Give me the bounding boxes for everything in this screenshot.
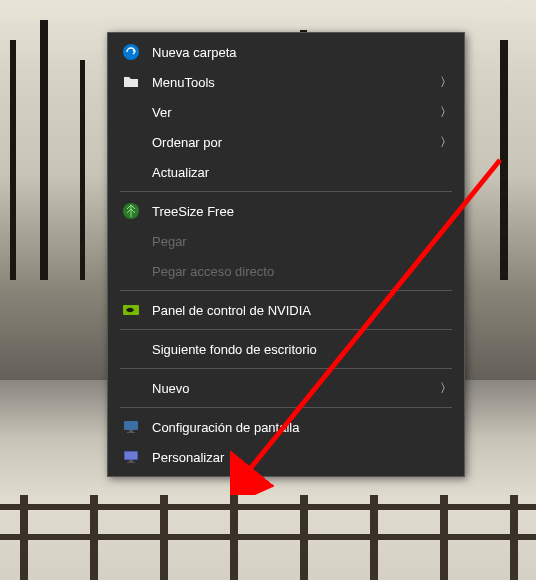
separator [120, 191, 452, 192]
menu-label: MenuTools [152, 75, 215, 90]
menu-label: Panel de control de NVIDIA [152, 303, 311, 318]
menu-item-nvidia[interactable]: Panel de control de NVIDIA [108, 295, 464, 325]
menu-item-personalizar[interactable]: Personalizar [108, 442, 464, 472]
folder-icon [120, 71, 142, 93]
menu-item-siguiente-fondo[interactable]: Siguiente fondo de escritorio [108, 334, 464, 364]
chevron-right-icon: 〉 [440, 104, 452, 121]
separator [120, 290, 452, 291]
svg-rect-3 [124, 421, 138, 430]
menu-label: Actualizar [152, 165, 209, 180]
svg-rect-8 [129, 460, 133, 462]
chevron-right-icon: 〉 [440, 380, 452, 397]
menu-label: Nuevo [152, 381, 190, 396]
menu-item-pegar-acceso-directo: Pegar acceso directo [108, 256, 464, 286]
separator [120, 407, 452, 408]
svg-rect-7 [125, 452, 137, 459]
menu-label: Configuración de pantalla [152, 420, 299, 435]
svg-rect-4 [129, 430, 133, 432]
menu-label: Ver [152, 105, 172, 120]
svg-rect-5 [127, 432, 135, 433]
chevron-right-icon: 〉 [440, 134, 452, 151]
menu-item-treesize[interactable]: TreeSize Free [108, 196, 464, 226]
sync-icon [120, 41, 142, 63]
nvidia-icon [120, 299, 142, 321]
menu-item-configuracion-pantalla[interactable]: Configuración de pantalla [108, 412, 464, 442]
menu-label: TreeSize Free [152, 204, 234, 219]
menu-label: Ordenar por [152, 135, 222, 150]
menu-label: Pegar [152, 234, 187, 249]
menu-item-ver[interactable]: Ver 〉 [108, 97, 464, 127]
separator [120, 329, 452, 330]
svg-rect-9 [127, 462, 135, 463]
menu-item-nueva-carpeta[interactable]: Nueva carpeta [108, 37, 464, 67]
menu-item-actualizar[interactable]: Actualizar [108, 157, 464, 187]
personalize-icon [120, 446, 142, 468]
treesize-icon [120, 200, 142, 222]
menu-label: Siguiente fondo de escritorio [152, 342, 317, 357]
menu-item-nuevo[interactable]: Nuevo 〉 [108, 373, 464, 403]
context-menu: Nueva carpeta MenuTools 〉 Ver 〉 Ordenar … [107, 32, 465, 477]
chevron-right-icon: 〉 [440, 74, 452, 91]
menu-label: Personalizar [152, 450, 224, 465]
menu-label: Pegar acceso directo [152, 264, 274, 279]
menu-item-ordenar-por[interactable]: Ordenar por 〉 [108, 127, 464, 157]
menu-item-menutools[interactable]: MenuTools 〉 [108, 67, 464, 97]
menu-item-pegar: Pegar [108, 226, 464, 256]
separator [120, 368, 452, 369]
monitor-icon [120, 416, 142, 438]
svg-point-0 [123, 44, 139, 60]
menu-label: Nueva carpeta [152, 45, 237, 60]
